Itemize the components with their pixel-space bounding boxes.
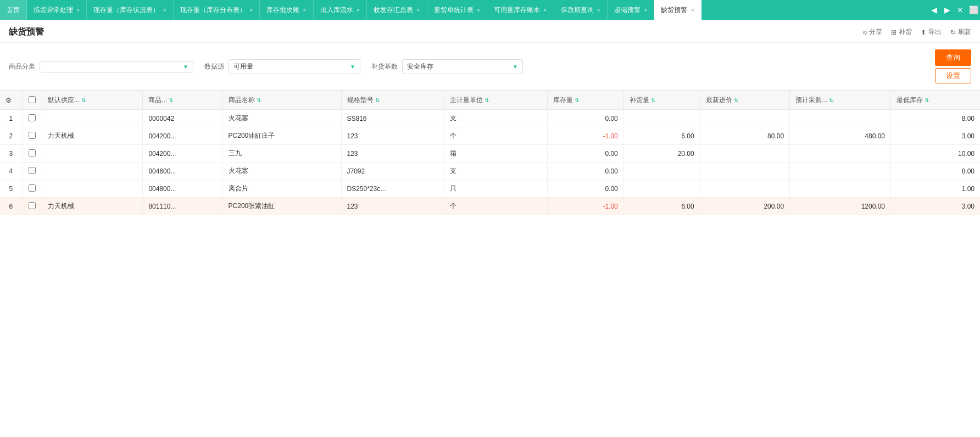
td-latest-price [700,180,789,198]
category-filter-group: 商品分类 ▼ [9,61,193,72]
tab-close-batch[interactable]: × [303,7,306,13]
table-row: 6 力天机械 801110... PC200张紧油缸 123 个 -1.00 6… [0,198,980,215]
tab-batch-account[interactable]: 库存批次账 × [260,0,313,20]
tab-close-window-btn[interactable]: ✕ [954,5,967,14]
td-product-code: 004600... [143,163,222,180]
th-unit[interactable]: 主计量单位 ⇅ [444,91,547,110]
th-spec[interactable]: 规格型号 ⇅ [341,91,444,110]
th-gear[interactable]: ⚙ [0,91,22,110]
tab-home[interactable]: 首页 [0,0,27,20]
th-stock[interactable]: 库存量 ⇅ [547,91,623,110]
td-checkbox[interactable] [22,163,42,180]
tab-shortage-warning[interactable]: 缺货预警 × [654,0,701,20]
sort-icon-min: ⇅ [925,97,929,103]
tab-prev-btn[interactable]: ◀ [927,5,940,14]
tab-available-ledger[interactable]: 可用量库存账本 × [487,0,554,20]
tab-maximize-btn[interactable]: ⬜ [967,5,980,14]
filter-row: 商品分类 ▼ 数据源 可用量 ▼ 补货基数 安全库存 ▼ 查询 设置 [0,43,980,91]
td-checkbox[interactable] [22,127,42,145]
tab-inventory-dist[interactable]: 现存量（库存分布表） × [174,0,260,20]
export-btn[interactable]: ⬆ 导出 [921,27,942,37]
query-button[interactable]: 查询 [935,49,971,66]
tab-next-btn[interactable]: ▶ [940,5,954,14]
tab-defect-handling[interactable]: 拣货异常处理 × [27,0,87,20]
th-product-code[interactable]: 商品... ⇅ [143,91,222,110]
th-min-stock[interactable]: 最低库存 ⇅ [891,91,980,110]
export-icon: ⬆ [921,29,926,36]
tab-close-flow[interactable]: × [357,7,360,13]
th-latest-price[interactable]: 最新进价 ⇅ [700,91,789,110]
td-min-stock: 1.00 [891,180,980,198]
td-latest-price: 80.00 [700,127,789,145]
tab-close-inventory-status[interactable]: × [163,7,166,13]
th-replenish-qty[interactable]: 补货量 ⇅ [623,91,700,110]
row-checkbox[interactable] [29,114,36,121]
th-checkbox[interactable] [22,91,42,110]
sort-icon-supplier: ⇅ [81,97,86,103]
tab-bar-right: ◀ ▶ ✕ ⬜ [927,5,980,14]
sort-icon-name: ⇅ [257,97,261,103]
th-default-supplier[interactable]: 默认供应... ⇅ [42,91,143,110]
row-checkbox[interactable] [29,149,36,156]
td-product-name: 离合片 [222,180,341,198]
tab-inventory-status[interactable]: 现存量（库存状况表） × [87,0,173,20]
tab-close-receive[interactable]: × [416,7,420,13]
tab-overstock-warning[interactable]: 超储预警 × [608,0,654,20]
td-replenish-qty: 6.00 [623,127,700,145]
row-checkbox[interactable] [29,167,36,174]
tab-in-out-flow[interactable]: 出入库流水 × [314,0,367,20]
replenish-icon: ⊞ [891,29,897,36]
td-spec: 123 [341,145,444,163]
tab-close-inventory-dist[interactable]: × [249,7,253,13]
tab-close-expiry[interactable]: × [597,7,600,13]
replenish-basis-filter-group: 补货基数 安全库存 ▼ [371,59,523,74]
table-row: 2 力天机械 004200... PC200油缸庄子 123 个 -1.00 6… [0,127,980,145]
category-label: 商品分类 [9,62,35,71]
tab-order-stats[interactable]: 要货单统计表 × [427,0,487,20]
td-unit: 只 [444,180,547,198]
td-unit: 支 [444,163,547,180]
td-spec: SS816 [341,110,444,127]
tab-close-shortage[interactable]: × [691,7,694,13]
replenish-basis-select[interactable]: 安全库存 ▼ [402,59,523,74]
settings-button[interactable]: 设置 [935,68,971,83]
page-content: 缺货预警 ⎋ 分享 ⊞ 补货 ⬆ 导出 ↻ 刷新 商品分类 [0,20,980,437]
td-replenish-qty [623,163,700,180]
datasource-value: 可用量 [233,62,350,71]
share-btn[interactable]: ⎋ 分享 [863,27,882,37]
category-select[interactable]: ▼ [40,61,193,72]
th-estimated-purchase[interactable]: 预计采购... ⇅ [790,91,891,110]
tab-close-order[interactable]: × [477,7,480,13]
td-stock: -1.00 [547,127,623,145]
td-checkbox[interactable] [22,180,42,198]
data-table: ⚙ 默认供应... ⇅ 商品... ⇅ [0,91,980,215]
row-checkbox[interactable] [29,184,36,192]
td-replenish-qty: 6.00 [623,198,700,215]
replenish-btn[interactable]: ⊞ 补货 [891,27,912,37]
row-checkbox[interactable] [29,202,36,209]
td-stock: 0.00 [547,145,623,163]
sort-icon-replenish: ⇅ [651,97,655,103]
td-replenish-qty [623,180,700,198]
tab-close-defect[interactable]: × [76,7,80,13]
sort-icon-stock: ⇅ [575,97,579,103]
th-product-name[interactable]: 商品名称 ⇅ [222,91,341,110]
datasource-select[interactable]: 可用量 ▼ [229,59,360,74]
td-product-name: 三九 [222,145,341,163]
td-replenish-qty: 20.00 [623,145,700,163]
tab-expiry-query[interactable]: 保质期查询 × [554,0,608,20]
td-supplier [42,163,143,180]
refresh-btn[interactable]: ↻ 刷新 [950,27,971,37]
select-all-checkbox[interactable] [29,96,36,103]
table-container: ⚙ 默认供应... ⇅ 商品... ⇅ [0,91,980,215]
row-checkbox[interactable] [29,132,36,139]
td-checkbox[interactable] [22,110,42,127]
tab-close-overstock[interactable]: × [644,7,647,13]
td-checkbox[interactable] [22,145,42,163]
td-checkbox[interactable] [22,198,42,215]
td-latest-price [700,163,789,180]
td-estimated-purchase: 1200.00 [790,198,891,215]
tab-close-ledger[interactable]: × [543,7,547,13]
td-product-code: 801110... [143,198,222,215]
tab-receive-summary[interactable]: 收发存汇总表 × [367,0,427,20]
